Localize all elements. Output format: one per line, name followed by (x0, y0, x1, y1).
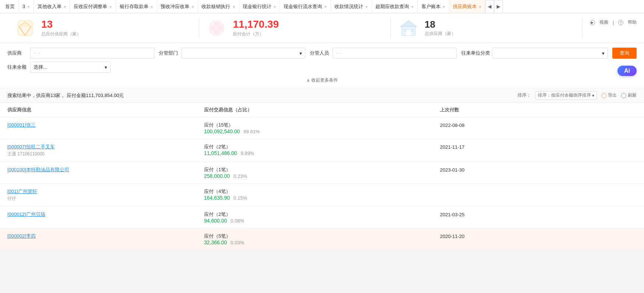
last-pay-date-0: 2022-08-08 (440, 122, 558, 128)
tx-amount-3[interactable]: 164,635.90 (204, 195, 230, 201)
export-icon (601, 93, 606, 98)
svg-rect-13 (411, 29, 414, 32)
close-icon[interactable]: × (192, 4, 194, 9)
supplier-link-0[interactable]: [000001]张三 (7, 122, 204, 128)
supplier-link-1[interactable]: [000007]恒旺二手叉车 (7, 144, 204, 150)
nav-item-prepay[interactable]: 预收冲应收单 × (157, 0, 198, 13)
filter-category: 往来单位分类 ▾ (461, 48, 608, 59)
close-icon[interactable]: × (479, 4, 481, 9)
nav-label: 银行存取款单 (120, 3, 148, 10)
query-button[interactable]: 查询 (612, 48, 637, 59)
ai-badge[interactable]: Ai (617, 66, 637, 76)
close-icon[interactable]: × (232, 4, 235, 9)
tx-amount-0[interactable]: 100,092,540.00 (204, 128, 240, 134)
stat-block-suppliers: 13 总应付供应商（家） (7, 18, 199, 38)
tx-amount-5[interactable]: 32,366.00 (204, 239, 227, 245)
close-icon[interactable]: × (443, 4, 445, 9)
svg-point-8 (214, 26, 219, 30)
video-link[interactable]: 视频 (599, 19, 608, 25)
supplier-contact-3: 仔仔 (7, 196, 204, 202)
lastpay-3 (440, 188, 558, 189)
stat-number-total: 18 (425, 19, 456, 30)
col-header-extra (558, 107, 637, 113)
tx-label-1: 应付（2笔） (204, 144, 440, 150)
nav-item-other-income[interactable]: 其他收入单 × (34, 0, 70, 13)
nav-item-home[interactable]: 首页 (1, 0, 19, 13)
stat-content-amount: 11,170.39 应付合计（万） (233, 19, 279, 37)
supplier-link-2[interactable]: [000100]本特勤油品有限公司 (7, 166, 204, 173)
category-select[interactable]: ▾ (492, 48, 608, 59)
close-icon[interactable]: × (64, 4, 66, 9)
nav-item-3[interactable]: 3 × (19, 0, 34, 13)
sort-value: 排序：按应付余额倒序排序 (538, 92, 591, 99)
stat-icon-store (398, 18, 419, 38)
separator: | (613, 20, 614, 25)
svg-rect-12 (403, 29, 406, 32)
supplier-info-5: [000002]李四 (7, 233, 204, 239)
balance-select[interactable]: 选择... ▾ (30, 62, 111, 73)
nav-item-supplier-ledger[interactable]: 供应商账本 × (449, 0, 485, 13)
supplier-filter-label: 供应商 (7, 50, 28, 56)
nav-label: 收款情况统计 (335, 3, 363, 10)
tx-amount-2[interactable]: 258,000.00 (204, 173, 230, 179)
help-link[interactable]: 帮助 (628, 19, 637, 25)
close-icon[interactable]: × (324, 4, 326, 9)
tx-label-5: 应付（5笔） (204, 233, 440, 239)
nav-item-customer-ledger[interactable]: 客户账本 × (418, 0, 449, 13)
supplier-input[interactable]: ··· (30, 48, 154, 59)
nav-item-collection[interactable]: 收款核销执行 × (198, 0, 239, 13)
close-icon[interactable]: × (151, 4, 153, 9)
col-header-lastpay: 上次付数 (440, 107, 558, 113)
chevron-up-icon: ∧ (307, 78, 310, 83)
close-icon[interactable]: × (411, 4, 413, 9)
nav-item-cash-stat[interactable]: 现金银行统计 × (239, 0, 280, 13)
nav-item-bank-deposit[interactable]: 银行存取款单 × (116, 0, 157, 13)
nav-label: 超期应收款查询 (375, 3, 409, 10)
last-pay-date-2: 2023-01-30 (440, 166, 558, 173)
nav-bar: 首页 3 × 其他收入单 × 应收应付调整单 × 银行存取款单 × 预收冲应收单… (0, 0, 644, 13)
collapse-label: 收起更多条件 (311, 77, 338, 83)
nav-label: 客户账本 (421, 3, 441, 10)
supplier-info-0: [000001]张三 (7, 122, 204, 128)
stat-content-total: 18 总供应商（家） (425, 19, 456, 37)
nav-label: 预收冲应收单 (161, 3, 189, 10)
filter-supplier: 供应商 ··· (7, 48, 154, 59)
supplier-link-4[interactable]: [000012]广州贝瑞 (7, 211, 204, 218)
sort-label: 排序： (518, 92, 531, 99)
nav-item-overdue[interactable]: 超期应收款查询 × (372, 0, 417, 13)
close-icon[interactable]: × (365, 4, 368, 9)
nav-item-cash-flow[interactable]: 现金银行流水查询 × (280, 0, 330, 13)
person-input[interactable]: ··· (333, 48, 457, 59)
close-icon[interactable]: × (27, 4, 29, 9)
nav-arrow-left[interactable]: ◀ (485, 0, 494, 13)
filter-dept: 分管部门 ▾ (159, 48, 306, 59)
close-icon[interactable]: × (274, 4, 276, 9)
tx-percent-0: 89.61% (244, 129, 260, 134)
supplier-link-5[interactable]: [000002]李四 (7, 233, 204, 239)
refresh-button[interactable]: 刷新 (621, 92, 637, 99)
tx-amount-1[interactable]: 11,051,486.00 (204, 150, 237, 156)
export-button[interactable]: 导出 (601, 92, 617, 99)
filter-balance: 往来余额 选择... ▾ (7, 62, 111, 73)
result-prefix: 搜索结果中，供应商13家 (7, 93, 60, 98)
supplier-info-1: [000007]恒旺二手叉车 王通 17106110000 (7, 144, 204, 157)
nav-arrow-right[interactable]: ▶ (494, 0, 503, 13)
lastpay-1: 2021-11-17 (440, 144, 558, 150)
tx-amount-4[interactable]: 94,600.00 (204, 218, 227, 224)
lastpay-2: 2023-01-30 (440, 166, 558, 173)
stat-label-amount: 应付合计（万） (233, 31, 279, 37)
lastpay-0: 2022-08-08 (440, 122, 558, 128)
sort-select[interactable]: 排序：按应付余额倒序排序 ▾ (535, 91, 597, 100)
supplier-link-3[interactable]: [001]广州荣轩 (7, 188, 204, 195)
collapse-button[interactable]: ∧ 收起更多条件 (307, 77, 338, 83)
col-header-transactions: 应付交易信息（占比） (204, 107, 440, 113)
export-label: 导出 (608, 92, 617, 99)
nav-label: 供应商账本 (453, 3, 477, 10)
balance-placeholder: 选择... (34, 64, 47, 70)
nav-label: 收款核销执行 (202, 3, 230, 10)
nav-item-collection-stat[interactable]: 收款情况统计 × (331, 0, 372, 13)
nav-item-ar-ap-adjust[interactable]: 应收应付调整单 × (70, 0, 116, 13)
dept-select[interactable]: ▾ (182, 48, 306, 59)
close-icon[interactable]: × (109, 4, 112, 9)
last-pay-date-3 (440, 188, 558, 189)
